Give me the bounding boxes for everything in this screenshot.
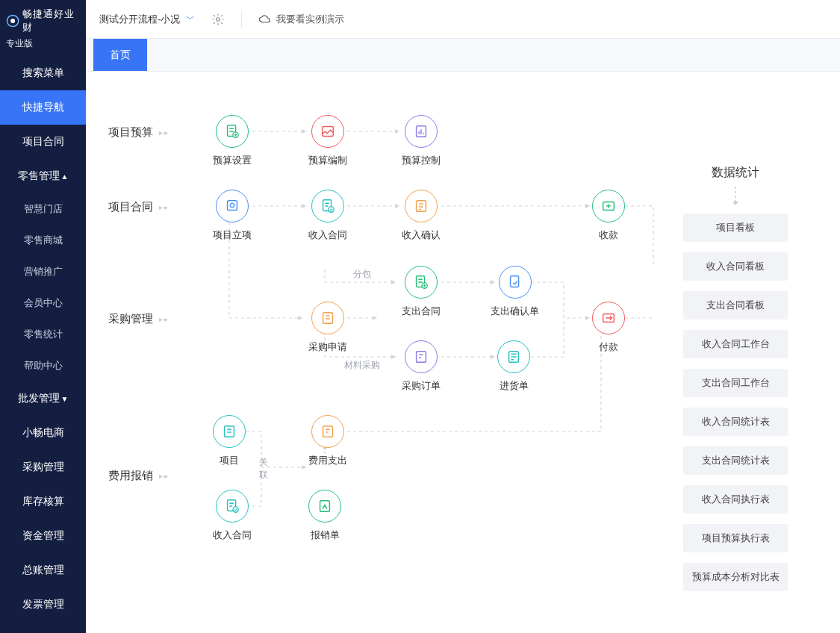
node-budget-control[interactable]: 预算控制 xyxy=(402,115,441,167)
svg-rect-7 xyxy=(228,201,237,211)
chevron-down-icon: ﹀ xyxy=(186,13,195,25)
brand-logo-icon xyxy=(6,13,19,28)
sidebar-search[interactable]: 搜索菜单 xyxy=(0,56,86,90)
stat-button-2[interactable]: 支出合同看板 xyxy=(683,291,788,319)
stat-button-5[interactable]: 收入合同统计表 xyxy=(683,408,788,436)
svg-rect-21 xyxy=(323,426,333,437)
section-budget: 项目预算▸▸ xyxy=(108,125,169,140)
org-selector[interactable]: 测试分开流程-小况 ﹀ xyxy=(99,13,195,26)
sidebar-item-0[interactable]: 快捷导航 xyxy=(0,90,86,125)
arrow-down-icon xyxy=(729,185,741,208)
node-project[interactable]: 项目 xyxy=(213,415,246,467)
stamp-icon xyxy=(224,198,240,214)
node-expense-contract[interactable]: 支出合同 xyxy=(402,266,441,318)
node-expense-confirm[interactable]: 支出确认单 xyxy=(491,266,539,318)
sidebar-item-8[interactable]: 帮助中心 xyxy=(0,350,86,381)
svg-point-23 xyxy=(233,507,238,512)
svg-rect-17 xyxy=(323,313,333,324)
sidebar-item-11[interactable]: 采购管理 xyxy=(0,450,86,484)
stats-title: 数据统计 xyxy=(712,165,759,181)
doc-ok-icon xyxy=(507,274,523,290)
stat-button-1[interactable]: 收入合同看板 xyxy=(683,252,788,281)
flow-canvas: 项目预算▸▸ 项目合同▸▸ 采购管理▸▸ 费用报销▸▸ 预算设置 预算编制 预算… xyxy=(101,87,825,633)
node-income-confirm[interactable]: 收入确认 xyxy=(402,190,441,242)
sidebar-item-14[interactable]: 总账管理 xyxy=(0,553,86,587)
payment-in-icon xyxy=(600,198,617,214)
doc-check-icon xyxy=(224,498,240,514)
sidebar-item-3[interactable]: 智慧门店 xyxy=(0,193,86,225)
label-relation: 关 联 xyxy=(259,456,268,481)
tab-home[interactable]: 首页 xyxy=(93,39,147,71)
label-subcontract: 分包 xyxy=(353,268,371,281)
stat-button-8[interactable]: 项目预算执行表 xyxy=(683,524,788,552)
main: 测试分开流程-小况 ﹀ 我要看实例演示 首页 xyxy=(86,0,840,633)
section-contract: 项目合同▸▸ xyxy=(108,200,169,214)
node-payment[interactable]: 付款 xyxy=(592,302,625,354)
sidebar-item-13[interactable]: 资金管理 xyxy=(0,519,86,553)
svg-point-8 xyxy=(230,203,234,208)
logo: 畅捷通好业财 xyxy=(0,0,86,37)
cloud-icon xyxy=(258,13,272,26)
sidebar-item-4[interactable]: 零售商城 xyxy=(0,225,86,256)
node-income-contract[interactable]: 收入合同 xyxy=(308,190,347,242)
node-budget-compile[interactable]: 预算编制 xyxy=(308,115,347,167)
svg-rect-18 xyxy=(417,352,426,363)
node-project-init[interactable]: 项目立项 xyxy=(213,190,252,242)
sidebar-item-9[interactable]: 批发管理▼ xyxy=(0,381,86,416)
stat-button-7[interactable]: 收入合同执行表 xyxy=(683,485,788,514)
node-expense-out[interactable]: 费用支出 xyxy=(308,415,347,467)
topbar: 测试分开流程-小况 ﹀ 我要看实例演示 xyxy=(86,0,840,39)
svg-rect-24 xyxy=(320,501,330,512)
gear-icon[interactable] xyxy=(211,13,225,26)
org-name: 测试分开流程-小况 xyxy=(99,13,180,26)
goods-icon xyxy=(505,349,522,365)
sidebar-item-10[interactable]: 小畅电商 xyxy=(0,416,86,450)
node-income-contract-2[interactable]: 收入合同 xyxy=(213,490,252,542)
doc-add-icon xyxy=(413,274,429,290)
divider xyxy=(241,11,242,28)
sidebar-item-7[interactable]: 零售统计 xyxy=(0,319,86,350)
doc-check-icon xyxy=(320,198,336,214)
demo-label: 我要看实例演示 xyxy=(276,13,344,26)
content: 项目预算▸▸ 项目合同▸▸ 采购管理▸▸ 费用报销▸▸ 预算设置 预算编制 预算… xyxy=(86,72,840,633)
brand-name: 畅捷通好业财 xyxy=(22,7,80,34)
project-icon xyxy=(221,423,237,440)
sidebar-item-5[interactable]: 营销推广 xyxy=(0,256,86,287)
sidebar: 畅捷通好业财 专业版 搜索菜单 快捷导航项目合同零售管理▲智慧门店零售商城营销推… xyxy=(0,0,86,633)
section-purchase: 采购管理▸▸ xyxy=(108,312,169,326)
sidebar-item-15[interactable]: 发票管理 xyxy=(0,587,86,622)
stat-button-9[interactable]: 预算成本分析对比表 xyxy=(683,563,788,591)
stat-button-6[interactable]: 支出合同统计表 xyxy=(683,446,788,475)
chart-doc-icon xyxy=(413,123,429,140)
caret-icon: ▲ xyxy=(61,172,69,181)
sidebar-item-16[interactable]: 税务管理 xyxy=(0,622,86,633)
svg-point-10 xyxy=(329,207,334,212)
sidebar-item-1[interactable]: 项目合同 xyxy=(0,125,86,159)
section-expense: 费用报销▸▸ xyxy=(108,469,169,483)
node-receipt[interactable]: 收款 xyxy=(592,190,625,242)
sidebar-item-2[interactable]: 零售管理▲ xyxy=(0,159,86,193)
image-icon xyxy=(320,123,336,140)
sidebar-item-6[interactable]: 会员中心 xyxy=(0,287,86,319)
node-purchase-order[interactable]: 采购订单 xyxy=(402,340,441,393)
request-icon xyxy=(320,310,336,326)
edition-label: 专业版 xyxy=(0,37,86,56)
doc-add-icon xyxy=(224,123,240,140)
receipt-icon xyxy=(413,198,429,214)
stat-button-0[interactable]: 项目看板 xyxy=(683,213,788,242)
node-budget-setup[interactable]: 预算设置 xyxy=(213,115,252,167)
demo-link[interactable]: 我要看实例演示 xyxy=(258,13,344,26)
stat-button-4[interactable]: 支出合同工作台 xyxy=(683,369,788,397)
svg-rect-15 xyxy=(510,276,518,287)
node-purchase-req[interactable]: 采购申请 xyxy=(308,302,347,354)
node-reimburse[interactable]: 报销单 xyxy=(308,490,341,542)
sidebar-item-12[interactable]: 库存核算 xyxy=(0,484,86,519)
node-goods-receipt[interactable]: 进货单 xyxy=(497,340,530,393)
order-icon xyxy=(413,349,429,365)
label-material: 材料采购 xyxy=(344,359,380,372)
caret-icon: ▼ xyxy=(61,395,69,403)
svg-rect-20 xyxy=(225,426,234,437)
svg-point-2 xyxy=(217,17,220,21)
expense-icon xyxy=(320,423,336,440)
stat-button-3[interactable]: 收入合同工作台 xyxy=(683,330,788,358)
